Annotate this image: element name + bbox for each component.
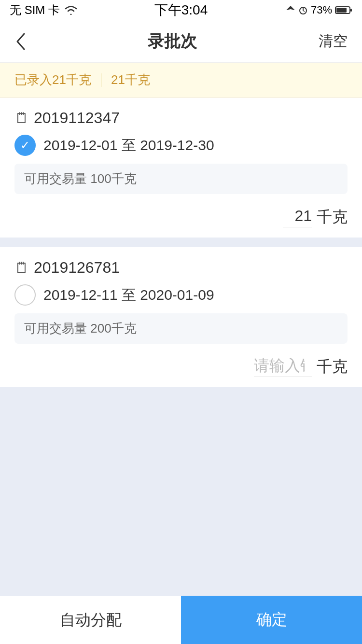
status-left: 无 SIM 卡 — [10, 2, 78, 18]
wifi-icon — [64, 5, 78, 15]
auto-distribute-button[interactable]: 自动分配 — [0, 596, 181, 644]
batch1-quantity[interactable]: 21 — [283, 207, 312, 227]
battery-label: 73% — [311, 4, 332, 16]
batch2-date-row[interactable]: 2019-12-11 至 2020-01-09 — [0, 281, 362, 310]
alarm-icon — [298, 5, 308, 15]
batch2-available: 可用交易量 200千克 — [14, 313, 348, 344]
batch1-input-row: 21 千克 — [0, 199, 362, 238]
batch2-date: 2019-12-11 至 2020-01-09 — [43, 285, 214, 305]
recorded-label: 已录入21千克 — [14, 71, 91, 88]
batch2-radio[interactable] — [14, 284, 36, 306]
bottom-bar: 自动分配 确定 — [0, 596, 362, 644]
card-separator-1 — [0, 238, 362, 247]
batch1-id: 2019112347 — [34, 109, 120, 127]
batch1-date: 2019-12-01 至 2019-12-30 — [43, 136, 214, 155]
batch1-available: 可用交易量 100千克 — [14, 164, 348, 194]
clear-button[interactable]: 清空 — [319, 31, 348, 51]
svg-rect-4 — [336, 8, 347, 13]
batch-card-2: 🗒 2019126781 2019-12-11 至 2020-01-09 可用交… — [0, 247, 362, 387]
status-bar: 无 SIM 卡 下午3:04 73% — [0, 0, 362, 20]
summary-value: 21千克 — [111, 71, 150, 88]
batch2-unit: 千克 — [317, 356, 348, 378]
batch2-input-row: 千克 — [0, 349, 362, 387]
batch1-header: 🗒 2019112347 — [0, 98, 362, 132]
page-content: 录批次 清空 已录入21千克 21千克 🗒 2019112347 ✓ 2019-… — [0, 20, 362, 644]
empty-area — [0, 387, 362, 596]
batch1-date-row[interactable]: ✓ 2019-12-01 至 2019-12-30 — [0, 132, 362, 161]
svg-line-2 — [303, 11, 305, 12]
back-button[interactable] — [14, 32, 26, 51]
batch1-radio[interactable]: ✓ — [14, 135, 36, 156]
battery-icon — [335, 6, 352, 14]
status-right: 73% — [286, 4, 352, 16]
confirm-button[interactable]: 确定 — [181, 596, 362, 644]
summary-bar: 已录入21千克 21千克 — [0, 63, 362, 98]
batch2-header: 🗒 2019126781 — [0, 247, 362, 281]
batch1-check-icon: ✓ — [20, 139, 30, 152]
summary-divider — [101, 73, 101, 87]
batch-card-1: 🗒 2019112347 ✓ 2019-12-01 至 2019-12-30 可… — [0, 98, 362, 238]
batch1-unit: 千克 — [317, 207, 348, 228]
page-title: 录批次 — [148, 30, 197, 53]
batch2-id: 2019126781 — [34, 259, 120, 277]
nav-bar: 录批次 清空 — [0, 20, 362, 63]
status-time: 下午3:04 — [154, 1, 208, 19]
location-icon — [286, 5, 295, 15]
carrier-label: 无 SIM 卡 — [10, 2, 60, 18]
batch2-icon: 🗒 — [14, 260, 29, 276]
batch2-quantity-input[interactable] — [254, 357, 312, 377]
svg-rect-5 — [350, 9, 352, 12]
batch1-icon: 🗒 — [14, 110, 29, 126]
